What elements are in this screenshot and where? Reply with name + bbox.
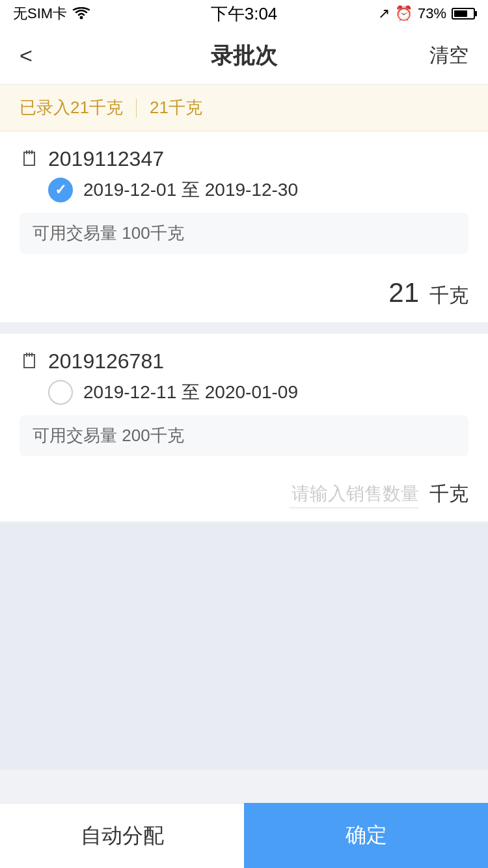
empty-area: [0, 522, 488, 770]
batch-2-availability: 可用交易量 200千克: [20, 415, 468, 456]
batch-2-unit: 千克: [429, 481, 468, 508]
batch-1-availability: 可用交易量 100千克: [20, 213, 468, 254]
summary-label: 已录入21千克: [20, 96, 123, 119]
carrier-text: 无SIM卡: [13, 4, 67, 23]
batch-1-icon: 🗒: [20, 147, 40, 171]
batch-2-header: 🗒 2019126781: [0, 334, 488, 380]
batch-item-2: 🗒 2019126781 2019-12-11 至 2020-01-09 可用交…: [0, 334, 488, 521]
auto-distribute-button[interactable]: 自动分配: [0, 803, 244, 868]
back-button[interactable]: <: [20, 43, 33, 68]
batch-1-unit: 千克: [429, 282, 468, 309]
batch-1-quantity-value: 21: [388, 277, 419, 308]
section-divider: [0, 323, 488, 334]
batch-1-radio[interactable]: [48, 178, 73, 202]
status-bar-time: 下午3:04: [211, 3, 278, 25]
batch-1-date: 2019-12-01 至 2019-12-30: [83, 178, 298, 202]
clear-button[interactable]: 清空: [429, 42, 468, 69]
wifi-icon: [72, 7, 90, 20]
batch-2-radio[interactable]: [48, 380, 73, 405]
batch-2-icon: 🗒: [20, 349, 40, 373]
status-bar-right: ↗ ⏰ 73%: [378, 5, 475, 22]
batch-1-quantity-row: 21 千克: [0, 267, 488, 322]
location-icon: ↗: [378, 5, 390, 22]
battery-indicator: [452, 8, 475, 20]
batch-1-id: 2019112347: [48, 147, 164, 171]
batch-item-1: 🗒 2019112347 2019-12-01 至 2019-12-30 可用交…: [0, 131, 488, 322]
batch-2-placeholder: 请输入销售数量: [291, 481, 419, 506]
batch-2-quantity-underline: 请输入销售数量: [289, 480, 419, 508]
nav-bar: < 录批次 清空: [0, 27, 488, 85]
status-bar-left: 无SIM卡: [13, 4, 90, 23]
batch-2-date-row[interactable]: 2019-12-11 至 2020-01-09: [0, 380, 488, 415]
batch-1-header: 🗒 2019112347: [0, 131, 488, 178]
batch-1-date-row[interactable]: 2019-12-01 至 2019-12-30: [0, 178, 488, 213]
alarm-icon: ⏰: [395, 5, 413, 22]
status-bar: 无SIM卡 下午3:04 ↗ ⏰ 73%: [0, 0, 488, 27]
batch-2-id: 2019126781: [48, 349, 164, 373]
confirm-button[interactable]: 确定: [244, 803, 488, 868]
bottom-bar: 自动分配 确定: [0, 803, 488, 868]
summary-bar: 已录入21千克 21千克: [0, 85, 488, 131]
summary-value: 21千克: [150, 96, 202, 119]
batch-2-input-row: 请输入销售数量 千克: [0, 469, 488, 521]
page-title: 录批次: [211, 41, 277, 71]
batch-2-date: 2019-12-11 至 2020-01-09: [83, 380, 298, 405]
summary-divider: [136, 99, 137, 117]
svg-point-0: [80, 16, 83, 20]
battery-percent: 73%: [418, 5, 446, 22]
